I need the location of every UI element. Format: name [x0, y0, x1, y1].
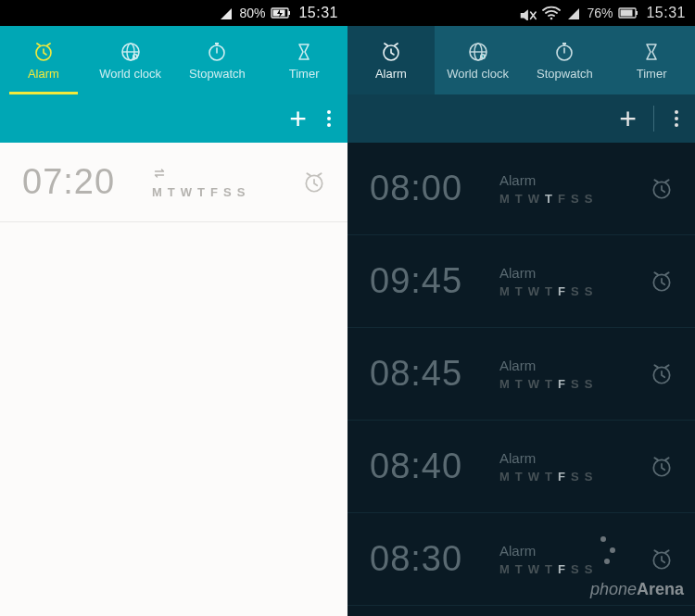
alarm-toggle-icon[interactable]	[645, 270, 678, 294]
globe-icon	[120, 40, 142, 64]
tab-label: World clock	[99, 67, 161, 81]
status-time: 15:31	[646, 5, 686, 21]
globe-icon	[467, 40, 489, 64]
overflow-menu-button[interactable]	[323, 107, 335, 131]
alarm-time: 09:45	[370, 261, 499, 301]
mute-icon	[518, 6, 537, 20]
alarm-name: Alarm	[499, 265, 645, 281]
alarm-days: MTWTFSS	[499, 470, 645, 484]
alarm-time: 07:20	[22, 162, 152, 202]
signal-icon	[219, 6, 234, 19]
alarm-row[interactable]: 08:00AlarmMTWTFSS	[348, 143, 695, 235]
alarm-time: 08:40	[370, 446, 499, 486]
status-bar: 76% 15:31	[348, 0, 695, 26]
alarm-row[interactable]: 08:30AlarmMTWTFSS	[348, 513, 695, 606]
alarm-toggle-icon[interactable]	[645, 455, 678, 479]
alarm-row[interactable]: 08:40AlarmMTWTFSS	[348, 421, 695, 513]
tab-label: Timer	[289, 67, 320, 81]
repeat-icon	[152, 165, 297, 178]
alarm-toggle-icon[interactable]	[645, 362, 678, 386]
alarm-name: Alarm	[499, 450, 645, 466]
alarm-days: MTWTFSS	[499, 562, 645, 576]
tab-stopwatch[interactable]: Stopwatch	[174, 26, 261, 94]
alarm-toggle-icon[interactable]	[645, 177, 678, 201]
tab-label: Stopwatch	[189, 67, 246, 81]
alarm-row[interactable]: 09:45AlarmMTWTFSS	[348, 235, 695, 328]
tab-label: Timer	[637, 67, 667, 81]
left-screenshot: 80% 15:31 Alarm World clock Stopwatch Ti…	[0, 0, 348, 616]
tab-timer[interactable]: Timer	[260, 26, 348, 94]
tab-bar: Alarm World clock Stopwatch Timer	[348, 26, 695, 94]
tab-alarm[interactable]: Alarm	[348, 26, 435, 94]
tab-world-clock[interactable]: World clock	[87, 26, 174, 94]
alarm-days: MTWTFSS	[152, 185, 297, 199]
tab-label: World clock	[447, 67, 509, 81]
tab-label: Alarm	[375, 67, 407, 81]
alarm-name: Alarm	[499, 172, 645, 188]
tab-label: Alarm	[28, 67, 59, 81]
status-bar: 80% 15:31	[0, 0, 348, 26]
alarm-icon	[380, 40, 402, 64]
battery-pct: 80%	[239, 6, 265, 20]
watermark-dots	[600, 536, 615, 564]
right-screenshot: 76% 15:31 Alarm World clock Stopwatch Ti…	[348, 0, 695, 616]
battery-charging-icon	[271, 6, 291, 20]
hourglass-icon	[293, 40, 315, 64]
action-bar: +	[348, 94, 695, 143]
alarm-name: Alarm	[499, 543, 645, 559]
stopwatch-icon	[553, 40, 575, 64]
alarm-time: 08:45	[370, 354, 499, 394]
alarm-list[interactable]: 07:20 MTWTFSS	[0, 143, 348, 616]
signal-icon	[566, 6, 581, 19]
tab-timer[interactable]: Timer	[608, 26, 695, 94]
alarm-days: MTWTFSS	[499, 284, 645, 298]
alarm-row[interactable]: 08:45AlarmMTWTFSS	[348, 328, 695, 421]
battery-icon	[618, 6, 638, 20]
alarm-days: MTWTFSS	[499, 192, 645, 206]
tab-label: Stopwatch	[537, 67, 593, 81]
status-time: 15:31	[298, 5, 338, 21]
alarm-name: Alarm	[499, 358, 645, 373]
alarm-time: 08:30	[370, 539, 499, 579]
tab-bar: Alarm World clock Stopwatch Timer	[0, 26, 348, 94]
alarm-icon	[32, 40, 55, 64]
hourglass-icon	[640, 40, 663, 64]
alarm-row[interactable]: 07:20 MTWTFSS	[0, 143, 348, 222]
action-bar: +	[0, 94, 348, 143]
battery-pct: 76%	[587, 6, 613, 20]
tab-world-clock[interactable]: World clock	[435, 26, 522, 94]
add-alarm-button[interactable]: +	[289, 104, 307, 133]
alarm-toggle-icon[interactable]	[645, 547, 678, 572]
alarm-toggle-icon[interactable]	[297, 170, 331, 195]
divider	[653, 106, 654, 132]
alarm-days: MTWTFSS	[499, 377, 645, 391]
tab-stopwatch[interactable]: Stopwatch	[522, 26, 609, 94]
alarm-list[interactable]: 08:00AlarmMTWTFSS09:45AlarmMTWTFSS08:45A…	[348, 143, 695, 616]
overflow-menu-button[interactable]	[671, 107, 682, 131]
wifi-icon	[542, 6, 561, 20]
add-alarm-button[interactable]: +	[619, 104, 637, 133]
stopwatch-icon	[206, 40, 228, 64]
tab-alarm[interactable]: Alarm	[0, 26, 87, 94]
alarm-time: 08:00	[370, 169, 499, 208]
